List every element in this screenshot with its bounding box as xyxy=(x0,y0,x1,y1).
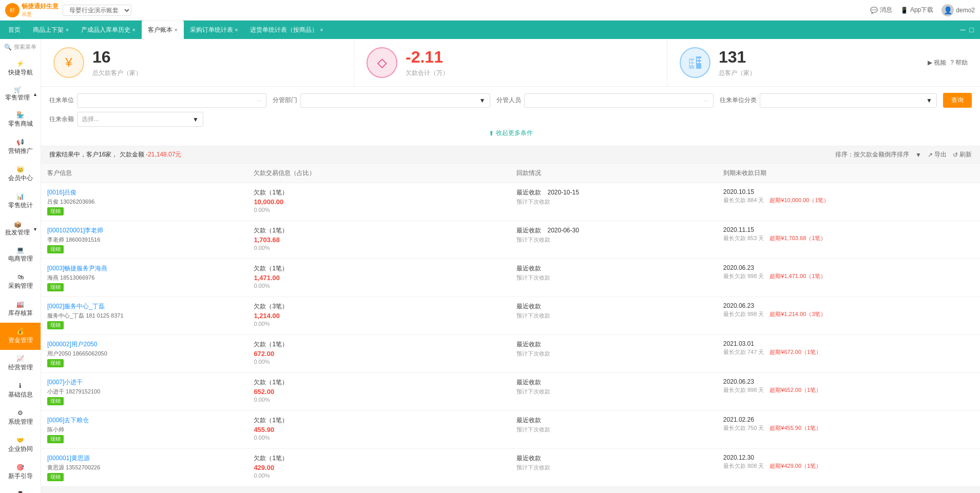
customer-name-7[interactable]: [000001]黄思源 xyxy=(47,454,241,463)
tag-7: 现销 xyxy=(47,473,64,481)
close-product-publish[interactable]: × xyxy=(66,27,69,33)
table-row: [000001]黄思源 黄思源 13552700226 现销 欠款（1笔） 42… xyxy=(41,449,980,487)
window-controls: ─ □ xyxy=(956,26,978,34)
from-unit-input[interactable]: ··· xyxy=(77,93,266,108)
svg-rect-6 xyxy=(697,58,699,60)
sidebar-item-operations[interactable]: 📈 经营管理 xyxy=(0,350,41,377)
customer-phone-7: 黄思源 13552700226 xyxy=(47,464,241,471)
return-next-6: 预计下次收款 xyxy=(516,426,710,433)
tab-product-publish[interactable]: 商品上下架 × xyxy=(27,21,75,39)
tab-purchase-order[interactable]: 采购订单统计表 × xyxy=(184,21,244,39)
cell-customer-5: [0007]小进干 小进干 18279152100 现销 xyxy=(41,373,247,411)
return-date-0: 最近收款 2020-10-15 xyxy=(516,188,710,197)
customer-name-2[interactable]: [0003]畅捷服务尹海燕 xyxy=(47,264,241,273)
sidebar-item-purchase-mgmt[interactable]: 🛍 采购管理 xyxy=(0,268,41,295)
cell-return-0: 最近收款 2020-10-15 预计下次收款 xyxy=(510,183,717,221)
export-btn[interactable]: ↗ 导出 xyxy=(928,150,947,159)
return-next-7: 预计下次收款 xyxy=(516,464,710,471)
dept-select[interactable]: ▼ xyxy=(300,93,490,108)
debt-amount-6: 455.90 xyxy=(254,426,504,433)
customer-name-6[interactable]: [0006]去下粮仓 xyxy=(47,416,241,425)
customer-name-4[interactable]: [000002]用户2050 xyxy=(47,340,241,349)
quick-nav-icon: ⚡ xyxy=(16,60,24,67)
overdue-link-7[interactable]: 超期¥429.00（1笔） xyxy=(770,463,821,469)
overdue-link-6[interactable]: 超期¥455.90（1笔） xyxy=(770,425,821,431)
main-layout: 🔍 搜索菜单 ⚡ 快捷导航 🛒 零售管理 ▲ 🏪 零售商城 📢 营销推广 👑 会… xyxy=(0,39,980,493)
sidebar-item-ecommerce[interactable]: 💻 电商管理 xyxy=(0,241,41,268)
overdue-days-4: 最长欠款 747 天 超期¥672.00（1笔） xyxy=(723,348,974,356)
svg-rect-2 xyxy=(690,61,691,62)
window-max-btn[interactable]: □ xyxy=(970,26,974,34)
overdue-date-1: 2020.11.15 xyxy=(723,226,974,233)
query-button[interactable]: 查询 xyxy=(943,93,972,108)
cell-debt-0: 欠款（1笔） 10,000.00 0.00% xyxy=(247,183,510,221)
return-next-2: 预计下次收款 xyxy=(516,274,710,282)
debt-count-2: 欠款（1笔） xyxy=(254,264,504,273)
overdue-link-4[interactable]: 超期¥672.00（1笔） xyxy=(770,349,821,355)
refresh-btn[interactable]: ↺ 刷新 xyxy=(953,150,972,159)
sidebar-item-enterprise[interactable]: 🤝 企业协同 xyxy=(0,431,41,459)
sidebar-item-retail-mall[interactable]: 🏪 零售商城 xyxy=(0,106,41,133)
video-btn[interactable]: ▶ 视频 xyxy=(928,58,946,67)
close-purchase-order[interactable]: × xyxy=(235,27,238,33)
customer-name-0[interactable]: [0016]吕俊 xyxy=(47,188,241,197)
person-input[interactable]: ··· xyxy=(524,93,714,108)
customer-phone-0: 吕俊 13026203696 xyxy=(47,198,241,206)
window-min-btn[interactable]: ─ xyxy=(960,26,966,34)
message-btn[interactable]: 💬 消息 xyxy=(870,6,892,14)
close-inventory-stats[interactable]: × xyxy=(320,27,323,33)
sidebar-item-retail-stats[interactable]: 📊 零售统计 xyxy=(0,188,41,215)
collapse-btn[interactable]: ⬆ 收起更多条件 xyxy=(49,127,972,140)
overdue-link-1[interactable]: 超期¥1,703.68（1笔） xyxy=(770,235,826,241)
cell-debt-2: 欠款（1笔） 1,471.00 0.00% xyxy=(247,259,510,297)
overdue-link-0[interactable]: 超期¥10,000.00（1笔） xyxy=(770,197,829,203)
balance-select[interactable]: 选择... ▼ xyxy=(77,112,203,127)
sidebar-item-quick-nav[interactable]: ⚡ 快捷导航 xyxy=(0,55,41,82)
tab-inventory-stats[interactable]: 进货单统计表（按商品） × xyxy=(244,21,329,39)
sidebar-item-capital[interactable]: 💰 资金管理 xyxy=(0,323,41,350)
user-area[interactable]: 👤 demo2 xyxy=(941,4,975,16)
sidebar-item-batch-mgmt[interactable]: 📦 批发管理 ▼ xyxy=(0,217,41,241)
app-download-btn[interactable]: 📱 App下载 xyxy=(900,6,933,14)
sidebar-item-members[interactable]: 👑 会员中心 xyxy=(0,161,41,188)
sidebar-item-basic-info[interactable]: ℹ 基础信息 xyxy=(0,377,41,404)
stat-label-total: 总客户（家） xyxy=(719,69,919,77)
stat-card-debt: ◇ -2.11 欠款合计（万） xyxy=(354,39,667,86)
overdue-date-2: 2020.06.23 xyxy=(723,264,974,271)
table-row: [0006]去下粮仓 陈小帅 现销 欠款（1笔） 455.90 0.00% 最近… xyxy=(41,411,980,449)
overdue-link-3[interactable]: 超期¥1,214.00（3笔） xyxy=(770,311,826,317)
sidebar-item-retail-mgmt[interactable]: 🛒 零售管理 ▲ xyxy=(0,82,41,106)
balance-label: 往来余额 xyxy=(49,115,74,124)
filter-row-2: 往来余额 选择... ▼ xyxy=(49,112,972,127)
company-select[interactable]: 母婴行业演示账套 xyxy=(63,5,131,16)
customer-name-1[interactable]: [0001020001]李老师 xyxy=(47,226,241,235)
tab-customer-account[interactable]: 客户账本 × xyxy=(142,21,184,39)
close-product-history[interactable]: × xyxy=(132,27,136,33)
tag-2: 现销 xyxy=(47,283,64,291)
avatar: 👤 xyxy=(941,4,954,16)
customer-name-3[interactable]: [0002]服务中心_丁磊 xyxy=(47,302,241,311)
cell-return-7: 最近收款 预计下次收款 xyxy=(510,449,717,487)
sidebar-item-marketing[interactable]: 📢 营销推广 xyxy=(0,133,41,161)
sidebar-item-inventory[interactable]: 🏭 库存核算 xyxy=(0,295,41,323)
overdue-link-5[interactable]: 超期¥652.00（1笔） xyxy=(770,387,821,393)
tag-1: 现销 xyxy=(47,245,64,253)
close-customer-account[interactable]: × xyxy=(175,27,178,33)
stat-icon-total xyxy=(680,47,710,78)
tab-home[interactable]: 首页 xyxy=(2,21,27,39)
cell-due-2: 2020.06.23 最长欠款 998 天 超期¥1,471.00（1笔） xyxy=(717,259,980,297)
help-btn[interactable]: ? 帮助 xyxy=(950,58,968,67)
sidebar-item-search-menu[interactable]: 🔍 搜索菜单 xyxy=(0,39,41,55)
customer-phone-5: 小进干 18279152100 xyxy=(47,388,241,396)
stat-value-customers: 16 xyxy=(92,48,341,67)
cell-customer-3: [0002]服务中心_丁磊 服务中心_丁磊 181 0125 8371 现销 xyxy=(41,297,247,335)
tab-product-history[interactable]: 产成品入库单历史 × xyxy=(75,21,142,39)
sidebar-item-system[interactable]: ⚙ 系统管理 xyxy=(0,404,41,431)
sidebar-item-apps[interactable]: 📱 应用中心 xyxy=(0,486,41,493)
overdue-days-1: 最长欠款 853 天 超期¥1,703.68（1笔） xyxy=(723,234,974,242)
overdue-link-2[interactable]: 超期¥1,471.00（1笔） xyxy=(770,273,826,279)
tag-5: 现销 xyxy=(47,397,64,405)
unit-class-select[interactable]: ▼ xyxy=(760,93,937,108)
customer-name-5[interactable]: [0007]小进干 xyxy=(47,378,241,387)
sidebar-item-guide[interactable]: 🎯 新手引导 xyxy=(0,459,41,486)
